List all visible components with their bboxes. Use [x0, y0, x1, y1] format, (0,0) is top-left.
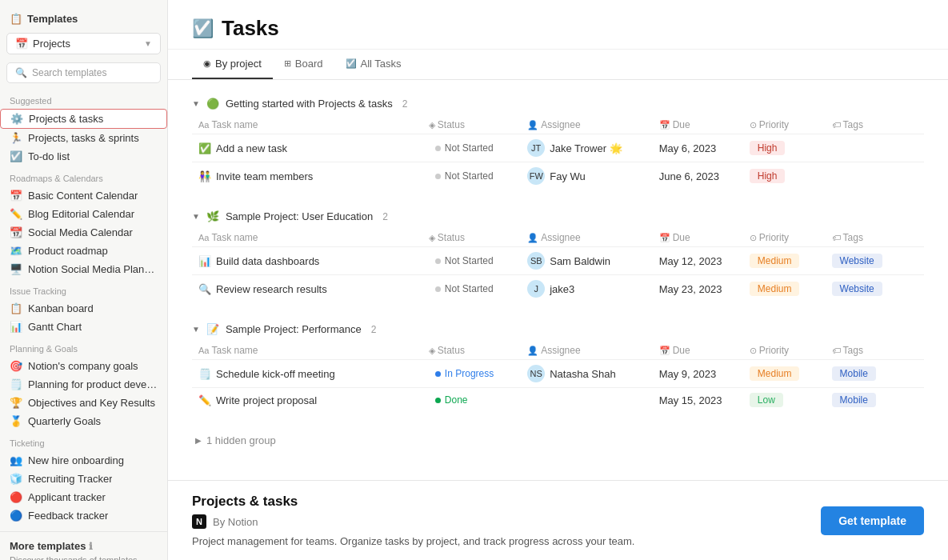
- sidebar-item-icon: 🗒️: [10, 378, 22, 390]
- get-template-button[interactable]: Get template: [821, 506, 924, 535]
- col-header-status: ◈Status: [422, 116, 521, 134]
- sidebar-item-notion-social-media-planner[interactable]: 🖥️Notion Social Media Planner: [0, 260, 167, 278]
- task-name-cell: ✅Add a new task: [192, 134, 422, 162]
- more-templates-label[interactable]: More templates ℹ: [10, 540, 158, 552]
- tasks-area: ▼ 🟢 Getting started with Projects & task…: [168, 80, 948, 469]
- sidebar-item-social-media-calendar[interactable]: 📆Social Media Calendar: [0, 223, 167, 242]
- sidebar-item-recruiting-tracker[interactable]: 🧊Recruiting Tracker: [0, 470, 167, 488]
- sidebar-item-planning-product[interactable]: 🗒️Planning for product develop...: [0, 375, 167, 394]
- col-icon: ⊙: [750, 346, 757, 355]
- task-name-text: Review research results: [216, 283, 327, 295]
- template-title: Projects & tasks: [192, 494, 634, 510]
- sidebar-item-gantt-chart[interactable]: 📊Gantt Chart: [0, 318, 167, 336]
- task-tags-cell: Mobile: [826, 360, 924, 388]
- task-priority-cell: Medium: [743, 360, 826, 388]
- sidebar-item-product-roadmap[interactable]: 🗺️Product roadmap: [0, 242, 167, 260]
- col-header-due: 📅Due: [653, 116, 743, 134]
- task-emoji: 📊: [198, 255, 211, 267]
- status-badge: Done: [429, 393, 474, 407]
- sidebar-item-label: New hire onboarding: [28, 454, 124, 466]
- col-icon: ◈: [429, 346, 435, 355]
- status-dot: [435, 146, 441, 151]
- due-date: May 12, 2023: [659, 255, 722, 267]
- sidebar-item-projects-tasks-sprints[interactable]: 🏃Projects, tasks & sprints: [0, 129, 167, 147]
- section-label: Suggested: [0, 88, 167, 109]
- task-status-cell: Not Started: [422, 134, 521, 162]
- sidebar-item-company-goals[interactable]: 🎯Notion's company goals: [0, 357, 167, 375]
- table-row[interactable]: ✅Add a new taskNot StartedJTJake Trower …: [192, 134, 924, 162]
- project-header-sample-user-education[interactable]: ▼ 🌿 Sample Project: User Education 2: [192, 206, 924, 227]
- project-header-sample-performance[interactable]: ▼ 📝 Sample Project: Performance 2: [192, 318, 924, 340]
- col-icon: Aa: [198, 120, 209, 130]
- sidebar-item-icon: 🗺️: [10, 245, 22, 257]
- col-header-tags: 🏷Tags: [826, 342, 924, 360]
- task-name-cell: 📊Build data dashboards: [192, 247, 422, 275]
- tag-badge: Mobile: [832, 393, 876, 407]
- sidebar-item-icon: 🧊: [10, 473, 22, 485]
- table-row[interactable]: ✏️Write project proposalDoneMay 15, 2023…: [192, 388, 924, 413]
- sidebar-item-basic-content-calendar[interactable]: 📅Basic Content Calendar: [0, 186, 167, 205]
- due-date: May 9, 2023: [659, 368, 717, 380]
- sidebar-item-quarterly-goals[interactable]: 🥇Quarterly Goals: [0, 412, 167, 430]
- table-row[interactable]: 🗒️Schedule kick-off meetingIn ProgressNS…: [192, 360, 924, 388]
- expand-icon: ▼: [192, 325, 200, 334]
- avatar: SB: [527, 252, 545, 270]
- sidebar-item-label: Gantt Chart: [28, 321, 82, 333]
- sidebar-item-icon: ⚙️: [10, 113, 23, 125]
- tab-label: Board: [295, 58, 323, 70]
- table-row[interactable]: 👫Invite team membersNot StartedFWFay WuJ…: [192, 162, 924, 190]
- category-dropdown[interactable]: 📅 Projects ▼ ➜: [6, 33, 161, 54]
- task-assignee-cell: FWFay Wu: [521, 162, 652, 190]
- dropdown-label: Projects: [33, 38, 70, 50]
- status-label: Not Started: [445, 255, 494, 266]
- tab-board[interactable]: ⊞Board: [273, 50, 334, 79]
- sidebar-item-okr[interactable]: 🏆Objectives and Key Results: [0, 394, 167, 412]
- table-row[interactable]: 🔍Review research resultsNot StartedJjake…: [192, 275, 924, 303]
- tab-all-tasks[interactable]: ☑️All Tasks: [334, 50, 413, 79]
- status-dot: [435, 398, 441, 403]
- sidebar-item-icon: 🏃: [10, 132, 22, 144]
- assignee-name: Fay Wu: [550, 170, 586, 182]
- col-icon: 🏷: [832, 346, 841, 355]
- hidden-group[interactable]: ▶ 1 hidden group: [192, 428, 924, 453]
- sidebar-item-label: Basic Content Calendar: [28, 190, 138, 202]
- task-name-text: Schedule kick-off meeting: [216, 368, 335, 380]
- task-emoji: ✅: [198, 142, 211, 154]
- sidebar-item-icon: 🔴: [10, 491, 22, 503]
- info-icon: ℹ: [89, 541, 93, 552]
- sidebar-item-applicant-tracker[interactable]: 🔴Applicant tracker: [0, 488, 167, 506]
- task-due-cell: May 6, 2023: [653, 134, 743, 162]
- col-icon: 📅: [659, 346, 670, 355]
- sidebar-item-icon: 🔵: [10, 510, 22, 522]
- sidebar-item-new-hire-onboarding[interactable]: 👥New hire onboarding: [0, 451, 167, 470]
- table-row[interactable]: 📊Build data dashboardsNot StartedSBSam B…: [192, 247, 924, 275]
- col-icon: 👤: [527, 346, 538, 355]
- tab-label: By project: [215, 58, 262, 70]
- search-input[interactable]: 🔍 Search templates: [6, 62, 161, 83]
- more-templates-desc: Discover thousands of templates made by …: [10, 554, 158, 560]
- sidebar-item-blog-editorial-calendar[interactable]: ✏️Blog Editorial Calendar: [0, 205, 167, 223]
- task-name-text: Write project proposal: [216, 394, 317, 406]
- sidebar-item-label: To-do list: [28, 150, 70, 162]
- task-name-cell: 👫Invite team members: [192, 162, 422, 190]
- task-priority-cell: High: [743, 134, 826, 162]
- col-header-task-name: AaTask name: [192, 229, 422, 247]
- col-header-tags: 🏷Tags: [826, 116, 924, 134]
- sidebar-item-feedback-tracker[interactable]: 🔵Feedback tracker: [0, 506, 167, 525]
- section-label: Ticketing: [0, 430, 167, 451]
- tab-by-project[interactable]: ◉By project: [192, 50, 273, 79]
- status-label: Not Started: [445, 283, 494, 294]
- sidebar-item-to-do-list[interactable]: ☑️To-do list: [0, 147, 167, 166]
- sidebar-item-kanban-board[interactable]: 📋Kanban board: [0, 299, 167, 318]
- col-icon: ◈: [429, 120, 435, 130]
- project-group-getting-started: ▼ 🟢 Getting started with Projects & task…: [192, 93, 924, 190]
- sidebar-item-icon: 🎯: [10, 360, 22, 372]
- sidebar-item-projects-tasks[interactable]: ⚙️Projects & tasks: [0, 109, 167, 129]
- col-icon: ⊙: [750, 233, 757, 242]
- project-header-getting-started[interactable]: ▼ 🟢 Getting started with Projects & task…: [192, 93, 924, 114]
- col-header-assignee: 👤Assignee: [521, 116, 652, 134]
- col-header-due: 📅Due: [653, 342, 743, 360]
- more-templates-section: More templates ℹ Discover thousands of t…: [0, 531, 167, 560]
- project-icon: 📝: [206, 323, 219, 335]
- avatar: NS: [527, 365, 545, 382]
